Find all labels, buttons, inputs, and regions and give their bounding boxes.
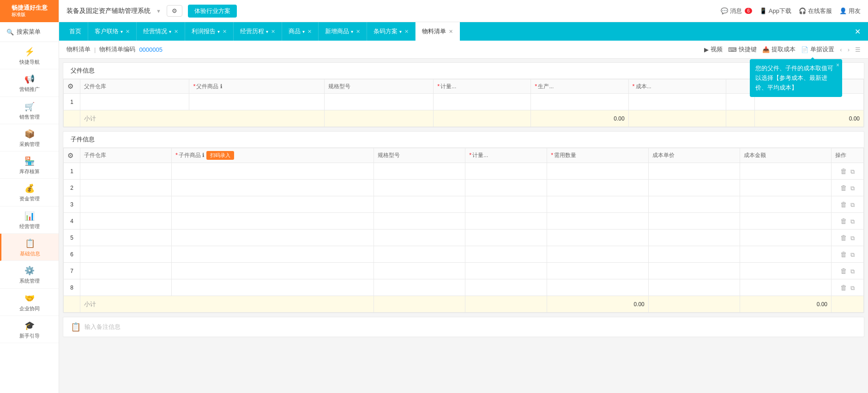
tab-new-goods[interactable]: 新增商品▾✕ [319,22,367,41]
delete-row-5-button[interactable]: 🗑 [840,234,847,242]
child-unit-cell-5[interactable] [465,230,547,246]
copy-row-6-button[interactable]: ⧉ [850,251,855,258]
child-amount-cell-2[interactable] [740,180,831,196]
child-unit-cell-3[interactable] [465,196,547,213]
child-unit-cell-2[interactable] [465,180,547,196]
child-quantity-cell-6[interactable] [547,246,649,263]
nav-list-icon[interactable]: ☰ [855,46,861,53]
settings-button[interactable]: ⚙ [167,5,182,17]
tab-profit[interactable]: 利润报告▾✕ [185,22,234,41]
child-amount-cell-3[interactable] [740,196,831,213]
copy-row-5-button[interactable]: ⧉ [850,235,855,242]
tooltip-close-button[interactable]: × [836,61,839,70]
child-spec-cell-1[interactable] [374,163,465,180]
tab-operation-status[interactable]: 经营情况▾✕ [137,22,185,41]
sidebar-item-guide[interactable]: 🎓 新手引导 [0,316,59,343]
child-amount-cell-5[interactable] [740,230,831,246]
child-goods-cell-4[interactable] [172,213,374,230]
child-quantity-cell-4[interactable] [547,213,649,230]
parent-goods-cell[interactable] [189,94,324,110]
child-quantity-cell-1[interactable] [547,163,649,180]
shortcut-action[interactable]: ⌨ 快捷键 [728,45,757,54]
sidebar-item-marketing[interactable]: 📢 营销推广 [0,69,59,97]
child-amount-cell-6[interactable] [740,246,831,263]
child-unit-cell-1[interactable] [465,163,547,180]
tab-customer[interactable]: 客户联络▾✕ [88,22,137,41]
parent-unit-cell[interactable] [434,94,531,110]
child-unit-price-cell-5[interactable] [648,230,740,246]
user-menu[interactable]: 👤 用友 [839,7,861,15]
child-unit-price-cell-1[interactable] [648,163,740,180]
video-action[interactable]: ▶ 视频 [704,45,723,54]
child-warehouse-cell-4[interactable] [80,213,172,230]
child-goods-cell-1[interactable] [172,163,374,180]
child-unit-cell-8[interactable] [465,279,547,296]
tab-operation-history[interactable]: 经营历程▾✕ [234,22,282,41]
search-menu-button[interactable]: 🔍 搜索菜单 [4,26,55,38]
copy-row-2-button[interactable]: ⧉ [850,185,855,192]
child-goods-cell-3[interactable] [172,196,374,213]
child-quantity-cell-2[interactable] [547,180,649,196]
nav-next-icon[interactable]: › [848,46,850,53]
sidebar-item-finance[interactable]: 💰 资金管理 [0,179,59,206]
close-all-tabs-button[interactable]: ✕ [851,27,864,36]
single-settings-action[interactable]: 📄 单据设置 [801,45,834,54]
parent-produce-cell[interactable] [531,94,628,110]
child-settings-gear-icon[interactable]: ⚙ [67,151,73,159]
child-goods-cell-2[interactable] [172,180,374,196]
delete-row-3-button[interactable]: 🗑 [840,200,847,208]
delete-row-7-button[interactable]: 🗑 [840,267,847,275]
tab-close-profit[interactable]: ✕ [223,29,227,35]
sidebar-item-enterprise[interactable]: 🤝 企业协同 [0,289,59,316]
delete-row-1-button[interactable]: 🗑 [840,167,847,175]
child-quantity-cell-7[interactable] [547,263,649,279]
parent-spec-cell[interactable] [324,94,433,110]
child-quantity-cell-8[interactable] [547,279,649,296]
child-warehouse-cell-7[interactable] [80,263,172,279]
copy-row-4-button[interactable]: ⧉ [850,218,855,225]
child-unit-price-cell-4[interactable] [648,213,740,230]
child-quantity-cell-5[interactable] [547,230,649,246]
cost-extract-action[interactable]: 📥 提取成本 [762,45,796,54]
child-spec-cell-4[interactable] [374,213,465,230]
child-unit-price-cell-3[interactable] [648,196,740,213]
scan-input-button[interactable]: 扫码录入 [206,151,234,160]
child-amount-cell-7[interactable] [740,263,831,279]
note-placeholder[interactable]: 输入备注信息 [84,323,121,331]
tab-close-operation-status[interactable]: ✕ [174,29,178,35]
parent-cost-cell[interactable] [628,94,726,110]
app-download-button[interactable]: 📱 App下载 [760,7,791,15]
sidebar-item-operation[interactable]: 📊 经营管理 [0,206,59,234]
settings-gear-icon[interactable]: ⚙ [67,82,73,90]
child-amount-cell-8[interactable] [740,279,831,296]
child-spec-cell-2[interactable] [374,180,465,196]
child-warehouse-cell-3[interactable] [80,196,172,213]
tab-close-goods[interactable]: ✕ [307,29,312,35]
nav-prev-icon[interactable]: ‹ [840,46,842,53]
sidebar-item-basic-info[interactable]: 📋 基础信息 [0,234,59,261]
child-unit-cell-4[interactable] [465,213,547,230]
delete-row-8-button[interactable]: 🗑 [840,284,847,291]
tab-home[interactable]: 首页 [63,22,88,41]
sidebar-item-quick-nav[interactable]: ⚡ 快捷导航 [0,42,59,69]
sidebar-item-inventory[interactable]: 🏪 库存核算 [0,151,59,179]
tab-barcode[interactable]: 条码方案▾✕ [367,22,416,41]
delete-row-6-button[interactable]: 🗑 [840,250,847,258]
child-spec-cell-7[interactable] [374,263,465,279]
child-spec-cell-8[interactable] [374,279,465,296]
child-unit-price-cell-8[interactable] [648,279,740,296]
sidebar-item-purchase[interactable]: 📦 采购管理 [0,124,59,151]
child-unit-cell-7[interactable] [465,263,547,279]
online-service-button[interactable]: 🎧 在线客服 [799,7,832,15]
tab-close-new-goods[interactable]: ✕ [356,29,360,35]
child-quantity-cell-3[interactable] [547,196,649,213]
tab-close-barcode[interactable]: ✕ [404,29,409,35]
child-spec-cell-6[interactable] [374,246,465,263]
child-unit-price-cell-6[interactable] [648,246,740,263]
child-warehouse-cell-5[interactable] [80,230,172,246]
child-goods-cell-7[interactable] [172,263,374,279]
child-unit-price-cell-7[interactable] [648,263,740,279]
child-warehouse-cell-1[interactable] [80,163,172,180]
sidebar-item-system[interactable]: ⚙️ 系统管理 [0,261,59,288]
child-warehouse-cell-6[interactable] [80,246,172,263]
